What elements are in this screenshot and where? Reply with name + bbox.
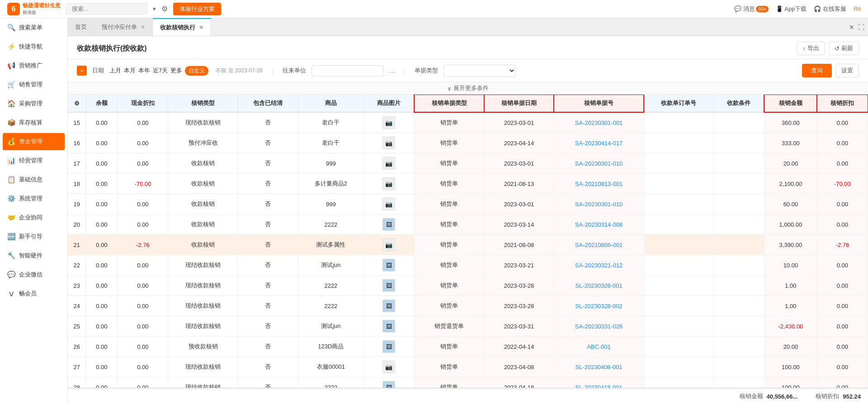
date-filter-group: 上月 本月 本年 近7天 更多 自定义 (109, 66, 208, 76)
top-search-input[interactable] (66, 3, 147, 14)
cancel-bill-no-link[interactable]: ABC-001 (587, 343, 611, 350)
user-name[interactable]: Rit (854, 5, 861, 12)
date-range-text: 不限 至 2023-07-26 (216, 67, 263, 75)
sidebar-item-quicknav[interactable]: ⚡ 快捷导航 (0, 37, 67, 56)
cancel-bill-type-cell: 销货单 (414, 235, 484, 255)
cancel-bill-no-link[interactable]: SL-20230328-001 (576, 282, 623, 289)
table-row[interactable]: 190.000.00收款核销否999📷销货单2023-03-01SA-20230… (68, 194, 868, 214)
table-row[interactable]: 280.000.00现结收款核销否2222🖼销货单2023-04-18SL-20… (68, 377, 868, 388)
close-tab-btn[interactable]: ✕ (849, 24, 854, 31)
tab-receipt-close[interactable]: ✕ (199, 24, 203, 31)
cancel-bill-no-cell: SL-20230408-001 (554, 357, 644, 377)
date-last-month[interactable]: 上月 (109, 67, 121, 75)
cancel-bill-no-link[interactable]: SL-20230418-001 (576, 384, 623, 388)
sidebar-item-member[interactable]: V 畅会员 (0, 284, 67, 303)
cancel-bill-no-link[interactable]: SA-20230331-026 (575, 323, 623, 330)
tab-home[interactable]: 首页 (68, 18, 94, 36)
col-header-receipt-order-no: 收款单订单号 (644, 95, 713, 112)
date-this-year[interactable]: 本年 (138, 67, 150, 75)
sales-icon: 🛒 (7, 81, 15, 89)
funds-icon: 💰 (7, 138, 15, 146)
export-btn[interactable]: ↑ 导出 (797, 42, 826, 55)
top-bar-right: 💬 消息99+ 📱 App下载 🎧 在线客服 Rit (734, 5, 861, 13)
table-row[interactable]: 230.000.00现结收款核销否2222🖼销货单2023-03-28SL-20… (68, 276, 868, 296)
cancel-bill-no-link[interactable]: SA-20230301-010 (575, 160, 623, 167)
cancel-bill-no-cell: SA-20230321-012 (554, 255, 644, 276)
date-this-month[interactable]: 本月 (124, 67, 136, 75)
sidebar-item-sales[interactable]: 🛒 销售管理 (0, 75, 67, 94)
cancel-bill-no-link[interactable]: SA-20230314-008 (575, 221, 623, 228)
cancel-bill-no-link[interactable]: SA-20210813-001 (575, 181, 623, 187)
sidebar-item-purchase[interactable]: 🏠 采购管理 (0, 94, 67, 113)
table-row[interactable]: 250.000.00现结收款核销否测试jun🖼销货退货单2023-03-31SA… (68, 316, 868, 337)
table-row[interactable]: 150.000.00现结收款核销否老白干📷销货单2023-03-01SA-202… (68, 112, 868, 133)
cancel-bill-no-link[interactable]: SA-20230414-017 (575, 140, 623, 147)
col-header-gear[interactable]: ⚙ (68, 95, 86, 112)
partner-input[interactable] (311, 65, 384, 76)
filter-expand-btn[interactable]: » (77, 66, 87, 76)
sidebar-item-funds[interactable]: 💰 资金管理 (3, 133, 65, 150)
sidebar-item-wechat[interactable]: 💬 企业微信 (0, 265, 67, 284)
filter-dots[interactable]: ... (389, 67, 395, 75)
cancel-bill-date-cell: 2022-04-14 (484, 337, 554, 357)
sidebar-item-search[interactable]: 🔍 搜索菜单 (0, 18, 67, 37)
tab-prepay-close[interactable]: ✕ (141, 24, 145, 30)
cancel-bill-type-cell: 销货单 (414, 255, 484, 276)
footer-cancel-discount-label: 核销折扣 (816, 392, 839, 400)
cancel-bill-no-cell: SL-20230418-001 (554, 377, 644, 388)
sidebar-item-smart[interactable]: 🔧 智能硬件 (0, 246, 67, 265)
date-custom-btn[interactable]: 自定义 (185, 66, 208, 76)
sidebar-item-marketing[interactable]: 📢 营销推广 (0, 56, 67, 75)
table-row[interactable]: 210.00-2.76收款核销否测试多属性📷销货单2021-08-08SA-20… (68, 235, 868, 255)
app-download-link[interactable]: 📱 App下载 (776, 5, 807, 13)
quicknav-icon: ⚡ (7, 43, 15, 51)
cancel-amount-cell: 1.00 (764, 276, 817, 296)
cancel-discount-cell: 0.00 (817, 214, 868, 235)
query-btn[interactable]: 查询 (802, 64, 832, 77)
cancel-bill-no-link[interactable]: SL-20230328-002 (576, 303, 623, 309)
dropdown-icon[interactable]: ▾ (153, 5, 156, 12)
table-row[interactable]: 160.000.00预付冲应收否老白干📷销货单2023-04-14SA-2023… (68, 133, 868, 153)
table-container[interactable]: ⚙ 余额 现金折扣 核销类型 包含已结清 商品 商品图片 核销单据类型 核销单据… (68, 95, 868, 388)
expand-more-btn[interactable]: ∨ 展开更多条件 (447, 84, 489, 92)
product-image: 🖼 (382, 299, 395, 312)
date-more[interactable]: 更多 (170, 67, 182, 75)
cancel-bill-no-link[interactable]: SA-20230301-001 (575, 119, 623, 126)
cancel-bill-no-link[interactable]: SA-20230321-012 (575, 262, 623, 269)
sidebar-item-corp[interactable]: 🤝 企业协同 (0, 208, 67, 227)
sidebar-item-basic[interactable]: 📋 基础信息 (0, 170, 67, 189)
cancel-bill-no-link[interactable]: SL-20230408-001 (576, 364, 623, 371)
tab-receipt[interactable]: 收款核销执行 ✕ (153, 18, 211, 36)
cancel-bill-no-link[interactable]: SA-20230301-010 (575, 201, 623, 208)
sidebar-item-ops[interactable]: 📊 经营管理 (0, 151, 67, 170)
sidebar-item-inventory[interactable]: 📦 库存核算 (0, 113, 67, 132)
message-link[interactable]: 💬 消息99+ (734, 5, 769, 13)
cancel-discount-cell: 0.00 (817, 133, 868, 153)
table-row[interactable]: 240.000.00现结收款核销否2222🖼销货单2023-03-28SL-20… (68, 296, 868, 316)
sidebar-item-sys[interactable]: ⚙️ 系统管理 (0, 189, 67, 208)
settings-icon[interactable]: ⚙ (161, 5, 168, 13)
maximize-btn[interactable]: ⛶ (858, 24, 864, 31)
table-row[interactable]: 260.000.00预收款核销否123D商品🖼销货单2022-04-14ABC-… (68, 337, 868, 357)
sidebar-item-guide[interactable]: 🆕 新手引导 (0, 227, 67, 246)
industry-btn[interactable]: 体验行业方案 (173, 3, 221, 15)
cancel-bill-no-link[interactable]: SA-20210808-001 (575, 242, 623, 248)
online-service-link[interactable]: 🎧 在线客服 (814, 5, 846, 13)
cancel-amount-cell: 20.00 (764, 153, 817, 174)
refresh-btn[interactable]: ↺ 刷新 (829, 42, 859, 55)
filter-right: 查询 设置 (802, 64, 859, 77)
table-row[interactable]: 220.000.00现结收款核销否测试jun🖼销货单2023-03-21SA-2… (68, 255, 868, 276)
cancel-discount-cell: 0.00 (817, 337, 868, 357)
tab-prepay[interactable]: 预付冲应付单 ✕ (94, 18, 153, 36)
date-7days[interactable]: 近7天 (153, 67, 168, 75)
table-row[interactable]: 170.000.00收款核销否999📷销货单2023-03-01SA-20230… (68, 153, 868, 174)
table-gear-icon[interactable]: ⚙ (74, 100, 80, 107)
bill-type-select[interactable] (443, 65, 516, 77)
product-image: 📷 (382, 361, 395, 373)
table-row[interactable]: 200.000.00收款核销否2222🖼销货单2023-03-14SA-2023… (68, 214, 868, 235)
cancel-bill-type-cell: 销货单 (414, 276, 484, 296)
product-image: 📷 (382, 116, 395, 129)
table-row[interactable]: 180.00-70.00收款核销否多计量商品2📷销货单2021-08-13SA-… (68, 174, 868, 194)
setting-btn[interactable]: 设置 (835, 64, 859, 77)
table-row[interactable]: 270.000.00现结收款核销否衣服00001📷销货单2023-04-08SL… (68, 357, 868, 377)
